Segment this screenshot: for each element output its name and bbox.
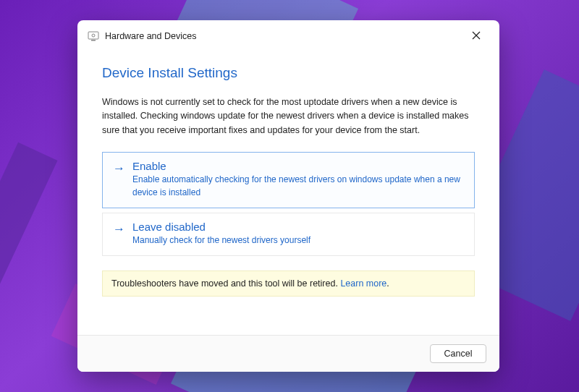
troubleshooter-dialog: Hardware and Devices Device Install Sett… bbox=[77, 20, 499, 372]
option-description: Enable automatically checking for the ne… bbox=[132, 174, 464, 199]
option-title: Enable bbox=[132, 160, 464, 172]
option-description: Manually check for the newest drivers yo… bbox=[132, 234, 464, 247]
titlebar: Hardware and Devices bbox=[77, 20, 499, 52]
window-title: Hardware and Devices bbox=[105, 31, 196, 41]
dialog-content: Device Install Settings Windows is not c… bbox=[77, 52, 499, 335]
dialog-footer: Cancel bbox=[77, 335, 499, 372]
notice-text: Troubleshooters have moved and this tool… bbox=[111, 278, 340, 289]
close-icon bbox=[472, 30, 481, 42]
option-leave-disabled[interactable]: → Leave disabled Manually check for the … bbox=[102, 213, 475, 256]
page-description: Windows is not currently set to check fo… bbox=[102, 95, 475, 137]
option-body: Leave disabled Manually check for the ne… bbox=[132, 221, 464, 247]
notice-suffix: . bbox=[386, 278, 389, 289]
option-title: Leave disabled bbox=[132, 221, 464, 233]
svg-rect-0 bbox=[88, 32, 98, 39]
page-title: Device Install Settings bbox=[102, 65, 475, 81]
learn-more-link[interactable]: Learn more bbox=[340, 278, 386, 289]
device-icon bbox=[88, 30, 99, 42]
cancel-button[interactable]: Cancel bbox=[430, 344, 486, 363]
svg-point-2 bbox=[92, 34, 95, 37]
close-button[interactable] bbox=[463, 25, 489, 47]
svg-rect-1 bbox=[91, 40, 96, 41]
option-enable[interactable]: → Enable Enable automatically checking f… bbox=[102, 152, 475, 208]
retirement-notice: Troubleshooters have moved and this tool… bbox=[102, 270, 475, 297]
arrow-right-icon: → bbox=[113, 161, 125, 176]
option-body: Enable Enable automatically checking for… bbox=[132, 160, 464, 199]
arrow-right-icon: → bbox=[113, 222, 125, 237]
